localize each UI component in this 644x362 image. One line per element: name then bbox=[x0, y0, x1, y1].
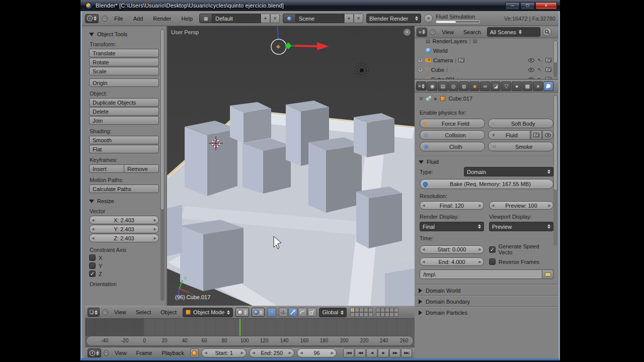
cloth-button[interactable]: ▣ Cloth bbox=[420, 142, 485, 151]
building[interactable] bbox=[385, 261, 415, 306]
force-field-button[interactable]: ◉ Force Field bbox=[420, 119, 485, 128]
soft-body-button[interactable]: ≈ Soft Body bbox=[488, 119, 553, 128]
menu-object[interactable]: Object bbox=[157, 309, 180, 315]
viewport-3d[interactable]: y x User Persp + (96) Cube.017 bbox=[167, 26, 415, 306]
menu-select[interactable]: Select bbox=[132, 309, 155, 315]
constraint-y-checkbox[interactable] bbox=[89, 262, 96, 269]
previous-keyframe-button[interactable]: ◀◀ bbox=[355, 348, 366, 357]
reverse-frames-checkbox[interactable] bbox=[489, 258, 496, 265]
fluid-render-toggle[interactable] bbox=[531, 130, 542, 140]
join-button[interactable]: Join bbox=[89, 116, 159, 125]
scene-selector[interactable]: Scene + × bbox=[283, 14, 363, 23]
speed-vectors-checkbox[interactable]: ✓ bbox=[489, 246, 496, 253]
manipulator-toggle[interactable] bbox=[279, 308, 288, 317]
preview-resolution-field[interactable]: ◀ Preview: 100 ▶ bbox=[489, 201, 553, 210]
lamp-widget[interactable] bbox=[271, 26, 329, 54]
transform-orientation-dropdown[interactable]: Global bbox=[319, 308, 347, 317]
slider-right-icon[interactable]: ▶ bbox=[154, 236, 156, 240]
expand-icon[interactable]: + bbox=[418, 57, 423, 63]
fluid-viewport-toggle[interactable] bbox=[542, 130, 553, 140]
final-resolution-field[interactable]: ◀ Final: 120 ▶ bbox=[420, 201, 484, 210]
scene-name[interactable]: Scene bbox=[296, 14, 344, 23]
scale-button[interactable]: Scale bbox=[89, 67, 159, 75]
tab-physics[interactable] bbox=[543, 81, 553, 91]
resize-z-field[interactable]: ◀ Z: 2.403 ▶ bbox=[89, 234, 159, 242]
properties-region-toggle-icon[interactable]: + bbox=[404, 29, 411, 36]
delete-layout-button[interactable]: × bbox=[270, 14, 280, 23]
editor-type-selector[interactable]: ≡ bbox=[416, 81, 427, 90]
resize-y-field[interactable]: ◀ Y: 2.403 ▶ bbox=[89, 225, 159, 233]
cache-path-field[interactable]: /tmp\ bbox=[420, 269, 542, 279]
layer-buttons[interactable] bbox=[350, 308, 398, 317]
tab-world[interactable]: ◍ bbox=[459, 81, 469, 91]
menu-playback[interactable]: Playback bbox=[158, 350, 188, 356]
screen-layout-selector[interactable]: ▦ Default + × bbox=[199, 14, 280, 23]
resize-x-field[interactable]: ◀ X: 2.403 ▶ bbox=[89, 216, 159, 224]
domain-boundary-panel-header[interactable]: Domain Boundary bbox=[415, 296, 558, 307]
delete-button[interactable]: Delete bbox=[89, 107, 159, 116]
slider-right-icon[interactable]: ▶ bbox=[154, 227, 156, 231]
translate-manipulator-button[interactable] bbox=[288, 308, 297, 317]
jump-to-start-button[interactable]: |◀◀ bbox=[343, 348, 354, 357]
timeline-editor[interactable]: -40 -20 0 20 40 60 80 100 120 140 160 18… bbox=[85, 319, 415, 347]
pivot-dropdown[interactable] bbox=[252, 308, 265, 317]
visibility-eye-icon[interactable] bbox=[528, 58, 534, 62]
menu-help[interactable]: Help bbox=[178, 16, 196, 22]
collapse-menus-icon[interactable]: − bbox=[430, 29, 436, 35]
reverse-frames-option[interactable]: Reverse Frames bbox=[489, 258, 553, 265]
breadcrumb-object-name[interactable]: Cube.017 bbox=[448, 96, 472, 102]
outliner-row-world[interactable]: World bbox=[415, 46, 558, 55]
scale-manipulator-button[interactable] bbox=[307, 308, 316, 317]
rotate-button[interactable]: Rotate bbox=[89, 58, 159, 66]
outliner-row-cube[interactable]: + ▽ Cube | ▽ ⌁ ↖ bbox=[415, 65, 558, 74]
speed-vectors-option[interactable]: ✓ Generate Speed Vecto bbox=[489, 243, 553, 255]
mode-dropdown[interactable]: Object Mode bbox=[183, 308, 233, 317]
outliner-row-camera[interactable]: + Camera | ↖ bbox=[415, 55, 558, 65]
outliner-row-cube001[interactable]: + ▽ Cube.001 | ▽ ⌁ ↖ bbox=[415, 74, 558, 79]
renderable-camera-icon[interactable] bbox=[545, 77, 551, 79]
menu-view[interactable]: View bbox=[111, 350, 130, 356]
slider-right-icon[interactable]: ▶ bbox=[154, 218, 156, 222]
jump-to-end-button[interactable]: ▶▶| bbox=[401, 348, 412, 357]
constraint-z-checkbox[interactable]: ✓ bbox=[89, 270, 96, 277]
tab-object-data[interactable]: ▽ bbox=[501, 81, 511, 91]
fluid-type-dropdown[interactable]: Domain bbox=[464, 167, 553, 176]
origin-button[interactable]: Origin bbox=[89, 78, 159, 87]
tab-render[interactable]: ◉ bbox=[427, 81, 437, 91]
visibility-eye-icon[interactable] bbox=[528, 77, 534, 80]
collapse-menus-icon[interactable]: − bbox=[102, 16, 108, 22]
fluid-button[interactable]: × Fluid bbox=[488, 130, 530, 140]
shading-dropdown[interactable] bbox=[235, 308, 249, 317]
duplicate-objects-button[interactable]: Duplicate Objects bbox=[89, 98, 159, 107]
renderable-camera-icon[interactable] bbox=[545, 67, 551, 72]
renderable-camera-icon[interactable] bbox=[545, 58, 551, 62]
start-frame-field[interactable]: ◀ Start: 1 ▶ bbox=[201, 348, 247, 357]
remove-keyframe-button[interactable]: Remove bbox=[124, 164, 159, 173]
maximize-button[interactable]: □ bbox=[520, 2, 535, 10]
properties-scrollbar[interactable] bbox=[553, 95, 557, 246]
3d-scene[interactable]: y x bbox=[167, 26, 415, 306]
expand-icon[interactable]: + bbox=[418, 67, 423, 72]
tab-constraints[interactable]: ∞ bbox=[480, 81, 490, 91]
menu-frame[interactable]: Frame bbox=[133, 350, 156, 356]
tab-particles[interactable]: ∗ bbox=[533, 81, 543, 91]
translate-button[interactable]: Translate bbox=[89, 49, 159, 57]
selectable-cursor-icon[interactable]: ↖ bbox=[538, 67, 542, 72]
current-frame-playhead[interactable] bbox=[239, 319, 240, 336]
tab-material[interactable]: ● bbox=[512, 81, 522, 91]
play-reverse-button[interactable]: ◀ bbox=[366, 348, 377, 357]
open-folder-button[interactable] bbox=[542, 269, 553, 279]
bake-button[interactable]: Bake (Req. Memory: 167.55 MB) bbox=[420, 179, 553, 189]
domain-world-panel-header[interactable]: Domain World bbox=[415, 285, 558, 296]
calculate-paths-button[interactable]: Calculate Paths bbox=[89, 185, 159, 193]
time-start-field[interactable]: ◀ Start: 0.000 ▶ bbox=[420, 245, 484, 254]
editor-type-selector[interactable]: ❏ bbox=[88, 308, 100, 317]
tab-render-layers[interactable]: ▤ bbox=[438, 81, 448, 91]
minimize-button[interactable]: – bbox=[505, 2, 520, 10]
building[interactable] bbox=[230, 102, 271, 143]
object-tools-panel-header[interactable]: Object Tools bbox=[89, 31, 159, 37]
tab-texture[interactable]: ▩ bbox=[522, 81, 532, 91]
add-scene-button[interactable]: + bbox=[344, 14, 354, 23]
rotate-manipulator-button[interactable] bbox=[298, 308, 307, 317]
building[interactable] bbox=[180, 220, 244, 291]
